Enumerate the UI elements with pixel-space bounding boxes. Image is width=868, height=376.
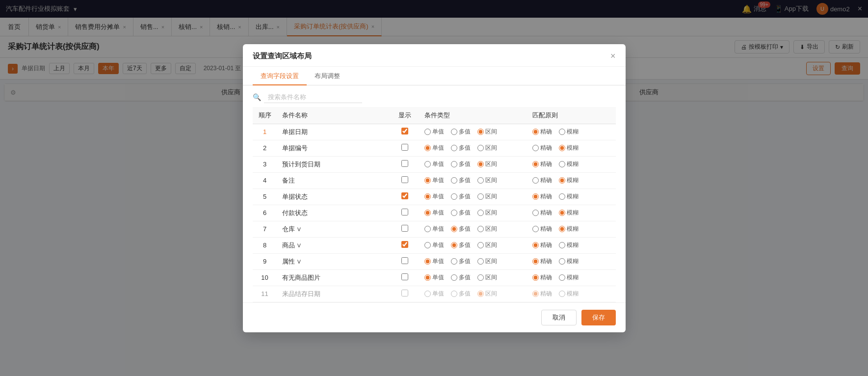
modal-search-input[interactable] xyxy=(264,91,362,103)
modal-tabs: 查询字段设置 布局调整 xyxy=(243,67,626,85)
modal-header: 设置查询区域布局 × xyxy=(243,44,626,67)
modal-search-area: 🔍 xyxy=(243,85,626,106)
modal-overlay: 设置查询区域布局 × 查询字段设置 布局调整 🔍 顺序 xyxy=(0,0,868,106)
modal-dialog: 设置查询区域布局 × 查询字段设置 布局调整 🔍 顺序 xyxy=(243,44,626,106)
modal-tab-query-fields[interactable]: 查询字段设置 xyxy=(253,67,307,85)
modal-close-btn[interactable]: × xyxy=(610,51,616,61)
modal-tab-query-fields-label: 查询字段设置 xyxy=(261,72,299,80)
modal-title: 设置查询区域布局 xyxy=(253,52,312,61)
modal-tab-layout[interactable]: 布局调整 xyxy=(307,67,348,85)
modal-tab-layout-label: 布局调整 xyxy=(315,72,340,80)
modal-search-icon: 🔍 xyxy=(253,93,261,101)
